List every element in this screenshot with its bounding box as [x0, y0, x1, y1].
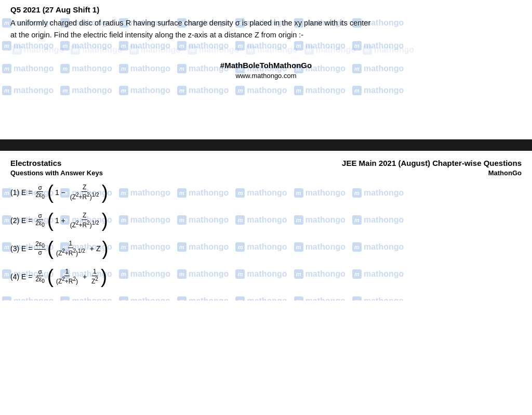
black-divider	[0, 139, 532, 151]
option-2-label: (2) E =	[10, 216, 34, 225]
option-3: (3) E = 2ε0 σ ( 1 (Z2+R2)1/2 + Z )	[10, 239, 522, 258]
electrostatics-label: Electrostatics	[10, 159, 61, 167]
question-text: A uniformly charged disc of radius R hav…	[10, 17, 522, 41]
option-3-label: (3) E =	[10, 244, 34, 253]
questions-label: Questions with Answer Keys	[10, 169, 103, 177]
option-4-label: (4) E =	[10, 273, 34, 281]
option-4: (4) E = σ 2ε0 ( 1 (Z2+R2) + 1 Z2 )	[10, 267, 522, 286]
sub-header: Questions with Answer Keys MathonGo	[10, 169, 522, 177]
option-4-formula: σ 2ε0 ( 1 (Z2+R2) + 1 Z2 )	[34, 267, 107, 286]
mathongo-brand-label: MathonGo	[488, 169, 522, 177]
option-1-label: (1) E =	[10, 188, 34, 197]
hashtag-section: #MathBoleTohMathonGo www.mathongo.com	[10, 61, 522, 80]
option-1-formula: σ 2ε0 ( 1 − Z (Z2+R2)1/2 )	[34, 183, 108, 202]
option-1: (1) E = σ 2ε0 ( 1 − Z (Z2+R2)1/2 )	[10, 183, 522, 202]
website-text: www.mathongo.com	[10, 72, 522, 80]
option-2: (2) E = σ 2ε0 ( 1 + Z (Z2+R2)1/2 )	[10, 211, 522, 230]
jee-label: JEE Main 2021 (August) Chapter-wise Ques…	[342, 159, 522, 167]
question-title: Q5 2021 (27 Aug Shift 1)	[10, 5, 522, 14]
bottom-header: Electrostatics JEE Main 2021 (August) Ch…	[10, 159, 522, 167]
option-3-formula: 2ε0 σ ( 1 (Z2+R2)1/2 + Z )	[34, 239, 108, 258]
option-2-formula: σ 2ε0 ( 1 + Z (Z2+R2)1/2 )	[34, 211, 108, 230]
hashtag-text: #MathBoleTohMathonGo	[10, 61, 522, 70]
